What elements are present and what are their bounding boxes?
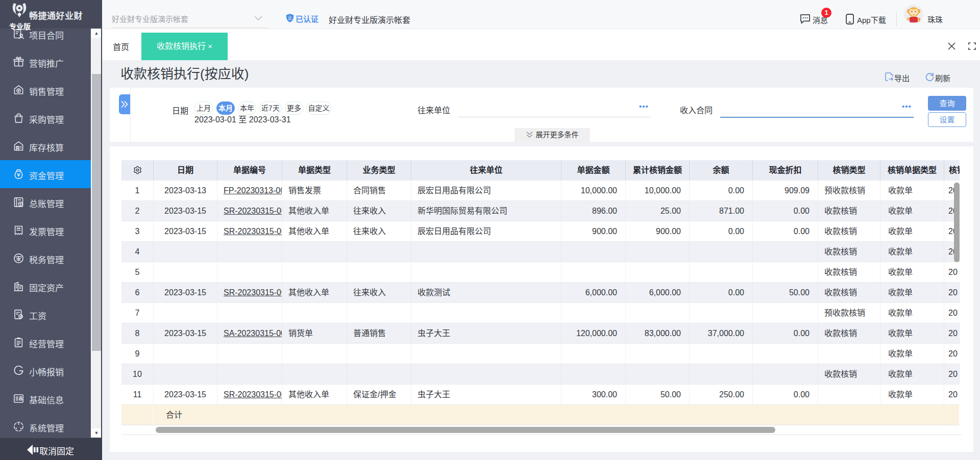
svg-text:企: 企 <box>288 15 292 20</box>
